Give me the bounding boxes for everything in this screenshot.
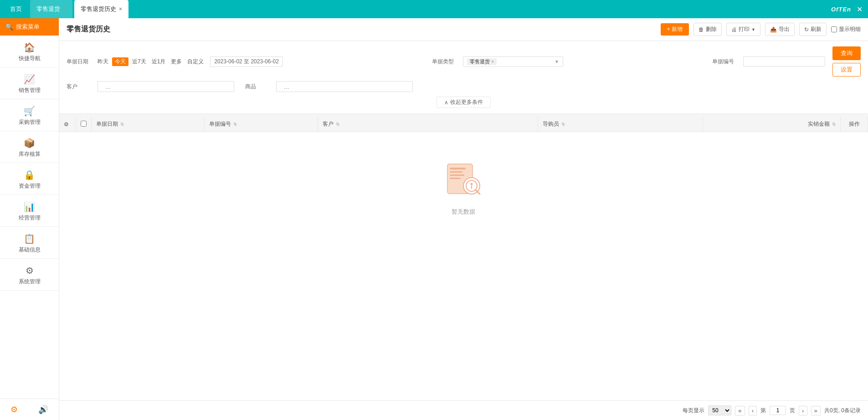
- collapse-button[interactable]: ∧ 收起更多条件: [437, 97, 491, 108]
- goods-label: 商品: [245, 83, 272, 91]
- voucher-type-dropdown-icon: ▼: [555, 59, 559, 64]
- query-button[interactable]: 查询: [832, 46, 861, 60]
- retail-return-close-icon[interactable]: ×: [63, 6, 66, 12]
- th-guide[interactable]: 导购员 ⇅: [538, 117, 703, 132]
- th-voucher-no[interactable]: 单据编号 ⇅: [205, 117, 318, 132]
- retail-return-history-close-icon[interactable]: ×: [119, 6, 122, 12]
- sales-mgmt-icon: 📈: [24, 74, 35, 85]
- date-btn-custom[interactable]: 自定义: [185, 57, 205, 66]
- date-btn-more[interactable]: 更多: [169, 57, 184, 66]
- page-header: 零售退货历史 + 新增 🗑 删除 🖨 打印 ▼ 📤 导出 ↻: [59, 18, 868, 41]
- svg-point-8: [471, 183, 473, 185]
- collapse-icon: ∧: [444, 99, 448, 106]
- settings-bottom-icon[interactable]: ⚙: [10, 405, 18, 415]
- page-title: 零售退货历史: [67, 25, 110, 39]
- data-table: ⚙ 单据日期 ⇅ 单据编号 ⇅: [59, 117, 868, 243]
- customer-label: 客户: [67, 83, 94, 91]
- tab-retail-return[interactable]: 零售退货 ×: [30, 0, 72, 18]
- next-page-button[interactable]: ›: [799, 406, 807, 415]
- top-nav: 首页 零售退货 × 零售退货历史 × OfTEn ✕: [0, 0, 868, 18]
- app-title: OfTEn: [831, 6, 851, 13]
- export-button[interactable]: 📤 导出: [765, 23, 795, 36]
- page-size-select[interactable]: 20 50 100: [708, 405, 731, 415]
- empty-text: 暂无数据: [452, 208, 475, 216]
- date-btn-today[interactable]: 今天: [112, 57, 128, 66]
- th-check[interactable]: [76, 117, 91, 132]
- voucher-type-tag-remove[interactable]: ×: [491, 59, 494, 64]
- sidebar-item-quick-nav[interactable]: 🏠 快捷导航: [0, 36, 59, 67]
- content-area: 零售退货历史 + 新增 🗑 删除 🖨 打印 ▼ 📤 导出 ↻: [59, 18, 868, 420]
- system-mgmt-icon: ⚙: [26, 265, 34, 276]
- search-menu[interactable]: 🔍 搜索菜单: [0, 18, 59, 36]
- settings-button[interactable]: 设置: [832, 63, 861, 77]
- page-number-input[interactable]: [770, 406, 786, 415]
- sidebar: 🔍 搜索菜单 🏠 快捷导航 📈 销售管理 🛒 采购管理 📦 库存核算 🔒 资金管…: [0, 18, 59, 420]
- close-app-icon[interactable]: ✕: [857, 5, 863, 14]
- tab-home[interactable]: 首页: [4, 0, 28, 18]
- sidebar-item-basic-info[interactable]: 📋 基础信息: [0, 227, 59, 259]
- display-toggle[interactable]: 显示明细: [831, 26, 861, 33]
- refresh-button[interactable]: ↻ 刷新: [799, 23, 827, 36]
- print-button[interactable]: 🖨 打印 ▼: [726, 23, 760, 36]
- sidebar-item-system-mgmt[interactable]: ⚙ 系统管理: [0, 259, 59, 291]
- goods-select-dots: ...: [284, 83, 289, 90]
- new-button[interactable]: + 新增: [661, 23, 689, 36]
- gear-icon[interactable]: ⚙: [64, 121, 69, 128]
- sidebar-item-operations[interactable]: 📊 经营管理: [0, 195, 59, 227]
- date-btn-yesterday[interactable]: 昨天: [96, 57, 110, 66]
- svg-rect-3: [450, 174, 464, 176]
- voucher-no-sort-icon: ⇅: [233, 122, 237, 127]
- display-toggle-label: 显示明细: [839, 26, 861, 33]
- sound-icon[interactable]: 🔊: [38, 405, 48, 415]
- date-btn-1month[interactable]: 近1月: [150, 57, 168, 66]
- retail-return-tab-label: 零售退货: [36, 5, 60, 13]
- toolbar: + 新增 🗑 删除 🖨 打印 ▼ 📤 导出 ↻ 刷新: [661, 23, 861, 41]
- delete-label: 删除: [706, 26, 717, 33]
- table-header-row: ⚙ 单据日期 ⇅ 单据编号 ⇅: [59, 117, 868, 132]
- date-btn-7days[interactable]: 近7天: [130, 57, 148, 66]
- goods-select[interactable]: ...: [276, 81, 413, 92]
- customer-select[interactable]: ...: [98, 81, 234, 92]
- last-page-button[interactable]: »: [811, 406, 821, 415]
- th-voucher-no-label: 单据编号: [209, 121, 231, 127]
- page-size-label: 每页显示: [683, 407, 704, 415]
- top-nav-right: OfTEn ✕: [831, 5, 868, 14]
- th-voucher-date[interactable]: 单据日期 ⇅: [91, 117, 205, 132]
- voucher-id-input[interactable]: [743, 56, 825, 67]
- retail-return-history-tab-label: 零售退货历史: [81, 5, 116, 13]
- print-icon: 🖨: [731, 26, 737, 33]
- print-dropdown-icon: ▼: [751, 27, 755, 32]
- th-customer[interactable]: 客户 ⇅: [318, 117, 538, 132]
- delete-button[interactable]: 🗑 删除: [693, 23, 722, 36]
- delete-icon: 🗑: [699, 26, 704, 33]
- pagination-bar: 每页显示 20 50 100 « ‹ 第 页 › » 共0页, 0条记录: [59, 400, 868, 420]
- purchase-mgmt-label: 采购管理: [19, 118, 41, 126]
- empty-state: 暂无数据: [59, 132, 868, 243]
- th-gear[interactable]: ⚙: [59, 117, 76, 132]
- quick-nav-icon: 🏠: [24, 42, 35, 53]
- prev-page-button[interactable]: ‹: [749, 406, 757, 415]
- guide-sort-icon: ⇅: [561, 122, 565, 127]
- tab-bar: 首页 零售退货 × 零售退货历史 ×: [4, 0, 831, 18]
- date-range-input[interactable]: 2023-06-02 至 2023-06-02: [210, 56, 282, 67]
- sidebar-item-sales-mgmt[interactable]: 📈 销售管理: [0, 67, 59, 99]
- export-label: 导出: [779, 26, 790, 33]
- voucher-type-select[interactable]: 零售退货 × ▼: [463, 56, 563, 67]
- th-voucher-date-label: 单据日期: [96, 121, 118, 127]
- voucher-type-label: 单据类型: [432, 58, 459, 66]
- tab-retail-return-history[interactable]: 零售退货历史 ×: [74, 0, 128, 18]
- display-toggle-checkbox[interactable]: [831, 26, 837, 32]
- th-actual-amount-label: 实销金额: [808, 121, 830, 127]
- filter-area: 单据日期 昨天 今天 近7天 近1月 更多 自定义 2023-06-02 至 2…: [59, 41, 868, 114]
- th-actual-amount[interactable]: 实销金额 ⇅: [703, 117, 841, 132]
- th-actions-label: 操作: [849, 121, 860, 127]
- customer-sort-icon: ⇅: [336, 122, 339, 127]
- search-menu-label: 搜索菜单: [16, 23, 40, 31]
- sidebar-item-finance[interactable]: 🔒 资金管理: [0, 163, 59, 195]
- operations-icon: 📊: [24, 201, 35, 212]
- select-all-checkbox[interactable]: [81, 121, 87, 127]
- first-page-button[interactable]: «: [735, 406, 745, 415]
- sidebar-item-purchase-mgmt[interactable]: 🛒 采购管理: [0, 99, 59, 131]
- svg-rect-2: [450, 171, 462, 173]
- sidebar-item-inventory[interactable]: 📦 库存核算: [0, 131, 59, 163]
